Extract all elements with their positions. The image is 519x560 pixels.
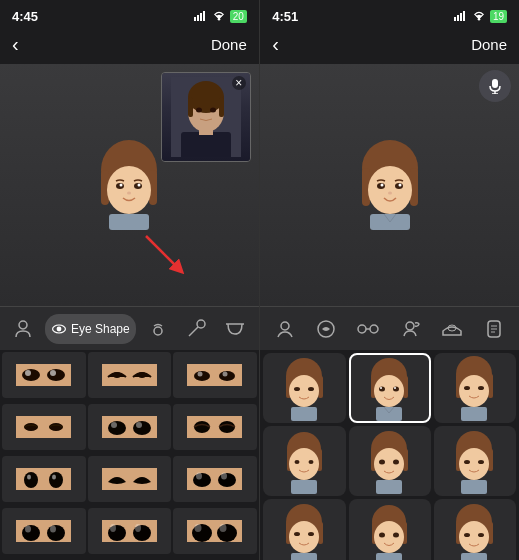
- face-cell-1[interactable]: [263, 353, 345, 423]
- svg-point-146: [393, 459, 399, 464]
- eye-cell-10[interactable]: [2, 508, 86, 554]
- svg-point-160: [308, 532, 314, 536]
- face-small-4: [277, 429, 332, 494]
- tool-r3[interactable]: [351, 314, 385, 344]
- svg-point-50: [133, 421, 151, 435]
- camera-overlay: ×: [161, 72, 251, 162]
- tool-r6[interactable]: [478, 314, 510, 344]
- tool-r1[interactable]: [269, 314, 301, 344]
- svg-rect-1: [197, 15, 199, 21]
- mic-button[interactable]: [479, 70, 511, 102]
- svg-rect-143: [403, 449, 408, 471]
- svg-point-102: [358, 325, 366, 333]
- eye-icon: [51, 321, 67, 337]
- tool-r5[interactable]: [435, 314, 469, 344]
- tool-r3-icon: [357, 323, 379, 335]
- svg-point-138: [294, 460, 299, 464]
- face-cell-2[interactable]: [349, 353, 431, 423]
- svg-point-93: [380, 184, 383, 187]
- chin-icon: [224, 322, 246, 336]
- right-screen: 4:51 19 ‹ Done: [260, 0, 519, 560]
- camera-close-button[interactable]: ×: [232, 76, 246, 90]
- memoji-avatar-right: [350, 140, 430, 230]
- svg-rect-0: [194, 17, 196, 21]
- eye-cell-2[interactable]: [88, 352, 172, 398]
- signal-icon-right: [454, 11, 468, 21]
- eye-shape-12: [187, 520, 242, 542]
- tool-r6-icon: [484, 319, 504, 339]
- face-small-3: [447, 356, 502, 421]
- svg-point-174: [478, 533, 484, 537]
- eye-cell-5[interactable]: [88, 404, 172, 450]
- face-cell-4[interactable]: [263, 426, 345, 496]
- tool-r4[interactable]: [394, 314, 426, 344]
- svg-rect-14: [109, 214, 149, 230]
- tool-chin[interactable]: [218, 314, 252, 344]
- svg-point-165: [374, 521, 404, 553]
- svg-rect-150: [488, 449, 493, 471]
- tool-person[interactable]: [7, 314, 39, 344]
- face-grid-right: [260, 350, 519, 560]
- face-cell-8[interactable]: [349, 499, 431, 560]
- eye-cell-9[interactable]: [173, 456, 257, 502]
- done-button-left[interactable]: Done: [211, 36, 247, 53]
- tool-eyebrow[interactable]: [142, 314, 174, 344]
- svg-point-69: [47, 525, 65, 541]
- svg-rect-16: [181, 132, 231, 157]
- camera-person-svg: [171, 77, 241, 157]
- tool-r2[interactable]: [310, 314, 342, 344]
- svg-point-52: [136, 422, 142, 428]
- face-small-8: [362, 502, 417, 561]
- face-cell-9[interactable]: [434, 499, 516, 560]
- svg-point-47: [49, 423, 63, 431]
- eye-cell-6[interactable]: [173, 404, 257, 450]
- svg-point-55: [219, 421, 235, 433]
- svg-point-145: [379, 459, 385, 464]
- svg-point-43: [198, 372, 203, 377]
- svg-point-121: [374, 375, 404, 407]
- svg-point-152: [464, 460, 470, 464]
- svg-point-116: [308, 387, 314, 391]
- face-cell-7[interactable]: [263, 499, 345, 560]
- svg-point-44: [223, 372, 228, 377]
- svg-rect-117: [291, 407, 317, 421]
- svg-rect-161: [291, 553, 317, 561]
- status-icons-right: 19: [454, 10, 507, 23]
- back-button-right[interactable]: ‹: [272, 33, 279, 56]
- svg-point-26: [19, 321, 27, 329]
- svg-point-80: [195, 524, 202, 532]
- eye-cell-3[interactable]: [173, 352, 257, 398]
- status-bar-left: 4:45 20: [0, 0, 259, 28]
- tool-eye-shape[interactable]: Eye Shape: [45, 314, 136, 344]
- face-cell-6[interactable]: [434, 426, 516, 496]
- svg-point-81: [220, 524, 227, 532]
- tool-r2-icon: [316, 319, 336, 339]
- svg-point-38: [113, 372, 121, 378]
- eye-shape-4: [16, 416, 71, 438]
- eye-cell-7[interactable]: [2, 456, 86, 502]
- tool-r1-icon: [275, 319, 295, 339]
- person-icon: [13, 319, 33, 339]
- svg-point-57: [24, 472, 38, 488]
- svg-point-51: [111, 422, 117, 428]
- eye-cell-1[interactable]: [2, 352, 86, 398]
- eye-cell-12[interactable]: [173, 508, 257, 554]
- svg-point-158: [289, 521, 319, 553]
- svg-point-65: [196, 473, 202, 480]
- back-button-left[interactable]: ‹: [12, 33, 19, 56]
- svg-point-19: [188, 81, 224, 113]
- eye-cell-11[interactable]: [88, 508, 172, 554]
- face-cell-3[interactable]: [434, 353, 516, 423]
- tool-wand[interactable]: [180, 314, 212, 344]
- svg-point-68: [22, 525, 40, 541]
- svg-point-46: [24, 423, 38, 431]
- eye-cell-8[interactable]: [88, 456, 172, 502]
- svg-point-63: [193, 473, 211, 487]
- status-icons-left: 20: [194, 10, 247, 23]
- done-button-right[interactable]: Done: [471, 36, 507, 53]
- eye-cell-4[interactable]: [2, 404, 86, 450]
- face-cell-5[interactable]: [349, 426, 431, 496]
- face-small-5: [362, 429, 417, 494]
- svg-point-123: [393, 386, 399, 391]
- wand-icon: [186, 319, 206, 339]
